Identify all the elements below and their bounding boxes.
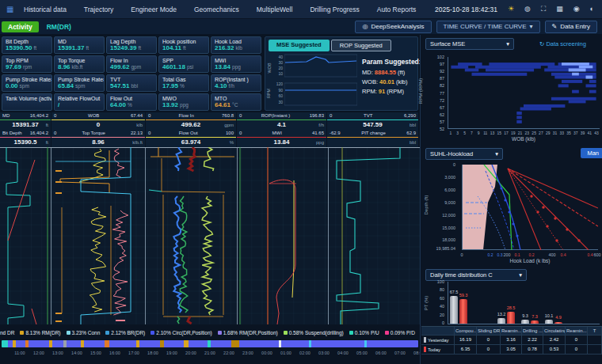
time-tick-label: 04:00 — [337, 351, 349, 355]
axis-tick-label: 82 — [421, 83, 444, 88]
nav-item-trajectory[interactable]: Trajectory — [84, 6, 113, 13]
settings-icon[interactable]: ◐ — [590, 5, 594, 13]
tab-rop-suggested[interactable]: ROP Suggested — [331, 40, 391, 51]
curve-value-row: bbl — [327, 138, 418, 147]
strip-segment — [311, 340, 364, 347]
tile-top-torque: Top Torque8.96klb.ft — [54, 55, 105, 73]
friction-factor-label: 0.1 — [515, 252, 520, 257]
legend-label: 8.13% RM(DR) — [25, 330, 60, 336]
curve-value-row: 15391.37ft — [0, 120, 51, 130]
daily-bar-chart[interactable]: 67.559.313.228.59.37.310.14.9 — [448, 282, 600, 324]
bar-value-label: 9.3 — [522, 313, 528, 318]
tile-label: TVT — [110, 77, 153, 82]
curve-max: 100 — [226, 131, 234, 137]
axis-tick-label: 3 — [456, 131, 459, 135]
legend-item: 0.09% P/D — [385, 330, 415, 336]
deepseek-analysis-button[interactable]: ◎DeepSeekAnalysis — [355, 21, 431, 33]
time-tick-label: 16:00 — [109, 351, 120, 355]
axis-tick-label: 90 — [272, 88, 283, 93]
nav-item-auto-reports[interactable]: Auto Reports — [377, 6, 417, 13]
curve-max: 16,404.2 — [30, 131, 48, 137]
user-icon[interactable]: ◉ — [573, 5, 580, 13]
table-cell: 2.42 — [543, 336, 566, 344]
curve-min: 0 — [148, 131, 150, 137]
data-entry-button[interactable]: ✎Data Entry — [545, 21, 598, 33]
tile-unit: spm — [20, 83, 29, 89]
curve-unit: klb.ft — [132, 138, 143, 147]
suhl-chart[interactable] — [462, 165, 598, 250]
axis-tick-label: 0 — [432, 162, 455, 167]
legend-chip — [67, 331, 70, 335]
suhl-select[interactable]: SUHL-Hookload▾ — [425, 148, 503, 160]
axis-tick-label: 39 — [581, 131, 585, 135]
tile-unit: rpm — [23, 64, 32, 70]
tab-activity[interactable]: Activity — [2, 21, 39, 32]
nav-item-engineer-mode[interactable]: Engineer Mode — [131, 6, 177, 13]
legend-label: 2.10% Circ(DR,Position) — [156, 330, 211, 336]
legend-label: 0.10% P/U — [355, 330, 379, 336]
nav-item-drilling-progress[interactable]: Drilling Progress — [310, 6, 359, 13]
curve-min: 0 — [330, 113, 332, 119]
tab-rmdr[interactable]: RM(DR) — [47, 23, 71, 31]
curve-min: Bit Depth — [2, 131, 22, 137]
curve-min: MD — [2, 113, 10, 119]
track-chart[interactable] — [0, 147, 420, 324]
tab-mse-suggested[interactable]: MSE Suggested — [269, 40, 330, 51]
tile-label: Lag Depth — [110, 39, 153, 44]
table-cell — [588, 336, 602, 344]
nav-item-multiplewell[interactable]: MultipleWell — [257, 6, 293, 13]
row-name-label: Yesterday — [428, 338, 448, 343]
tile-value: 4.10f/h — [215, 82, 257, 89]
sun-icon[interactable]: ☀ — [508, 5, 514, 13]
time-tick-label: 20:00 — [185, 351, 196, 355]
globe-icon[interactable]: ◍ — [524, 5, 531, 13]
surface-mse-select[interactable]: Surface MSE▾ — [425, 38, 514, 50]
legend-chip — [150, 331, 154, 335]
data-screening-link[interactable]: ↻ Data screening — [539, 40, 586, 47]
curve-unit: ppg — [316, 138, 324, 147]
curve-min: 0 — [54, 131, 56, 137]
tile-tvt: TVT547.51bbl — [106, 74, 157, 92]
strip-segment — [281, 340, 309, 347]
curve-type-select[interactable]: TIME CURVE / TIME CURVE▾ — [436, 21, 540, 33]
tile-value: 547.51bbl — [110, 82, 153, 89]
toolbar: Activity RM(DR) ◎DeepSeekAnalysis TIME C… — [0, 19, 602, 35]
manual-button[interactable]: Man — [581, 148, 602, 158]
grid-icon[interactable]: ▦ — [556, 5, 563, 13]
legend-item: 0.58% Suspend(drilling) — [284, 330, 344, 336]
curve-name: ROP(Instant ) — [261, 113, 291, 119]
tile-unit: gpm — [131, 64, 141, 70]
fullscreen-icon[interactable]: ⛶ — [541, 5, 546, 13]
datetime-label: 2025-10-28 18:42:31 — [435, 6, 497, 13]
axis-tick-label: 23 — [525, 131, 530, 135]
bar-value-label: 28.5 — [507, 305, 516, 310]
tile-unit: ppg — [180, 102, 189, 108]
nav-item-historical-data[interactable]: Historical data — [24, 6, 67, 13]
curve-value-row: 499.62gpm — [146, 120, 236, 130]
nav-right: 2025-10-28 18:42:31 ☀◍⛶▦◉◐ — [435, 5, 602, 13]
axis-tick-label: 9,000 — [432, 200, 455, 205]
curve-name: Flow In — [178, 113, 193, 119]
tile-label: Flow In — [110, 58, 153, 63]
strip-segment — [16, 340, 25, 347]
time-tick-label: 07:00 — [394, 351, 406, 355]
axis-tick-label: 200 — [503, 252, 510, 257]
axis-tick-label: 3,000 — [432, 175, 455, 180]
table-header-cell: Reamin... — [566, 327, 588, 335]
surface-mse-chart[interactable] — [448, 57, 600, 129]
curve-max: 6,290 — [404, 113, 416, 119]
nav-item-geomechanics[interactable]: Geomechanics — [194, 6, 239, 13]
legend-item: 2.10% Circ(DR,Position) — [150, 330, 211, 336]
daily-table: Compou...Sliding DRReamin...Drilling ...… — [421, 326, 602, 364]
bar-today — [554, 322, 562, 324]
axis-tick-label: 0 — [460, 252, 463, 257]
tile-mwi: MWI13.84ppg — [211, 55, 261, 73]
tile-unit: ft — [33, 45, 36, 51]
bar-yesterday — [545, 320, 553, 324]
surface-xlabel: WOB (klb) — [512, 136, 535, 142]
tile-hook-load: Hook Load216.32klb — [211, 36, 261, 54]
axis-tick-label: 20 — [272, 66, 283, 70]
curve-scale-row: 0Top Torque22.13 — [51, 130, 145, 138]
tile-unit: ft — [86, 45, 89, 51]
strip-segment — [189, 340, 208, 347]
